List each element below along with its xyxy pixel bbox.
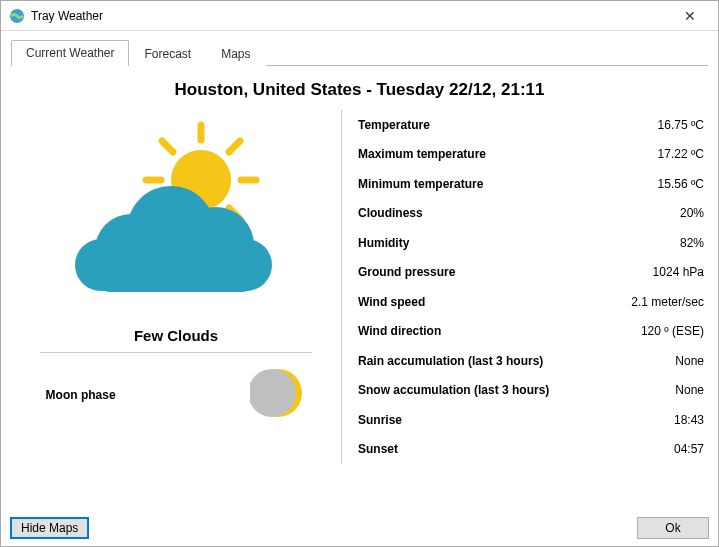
detail-value: 18:43	[674, 413, 704, 427]
detail-value: 20%	[680, 206, 704, 220]
detail-row: Ground pressure1024 hPa	[358, 258, 704, 288]
footer: Hide Maps Ok	[10, 517, 709, 539]
weather-condition-icon	[51, 120, 301, 313]
detail-key: Maximum temperature	[358, 147, 486, 161]
weather-details-panel: Temperature16.75 ºCMaximum temperature17…	[341, 110, 708, 464]
detail-value: 04:57	[674, 442, 704, 456]
detail-value: None	[675, 354, 704, 368]
detail-row: Sunrise18:43	[358, 405, 704, 435]
detail-key: Sunrise	[358, 413, 402, 427]
svg-line-6	[162, 141, 173, 152]
detail-value: None	[675, 383, 704, 397]
detail-row: Wind direction120 º (ESE)	[358, 317, 704, 347]
moon-phase-row: Moon phase	[40, 361, 313, 428]
weather-condition-label: Few Clouds	[134, 327, 218, 344]
ok-button[interactable]: Ok	[637, 517, 709, 539]
detail-value: 120 º (ESE)	[641, 324, 704, 338]
tab-maps[interactable]: Maps	[206, 41, 265, 66]
moon-phase-icon	[250, 365, 306, 424]
detail-key: Temperature	[358, 118, 430, 132]
detail-key: Cloudiness	[358, 206, 423, 220]
detail-value: 82%	[680, 236, 704, 250]
close-icon: ✕	[684, 8, 696, 24]
detail-key: Snow accumulation (last 3 hours)	[358, 383, 549, 397]
close-button[interactable]: ✕	[670, 1, 710, 31]
tab-current-weather[interactable]: Current Weather	[11, 40, 129, 66]
detail-row: Humidity82%	[358, 228, 704, 258]
detail-key: Humidity	[358, 236, 409, 250]
titlebar: Tray Weather ✕	[1, 1, 718, 31]
detail-row: Snow accumulation (last 3 hours)None	[358, 376, 704, 406]
window-title: Tray Weather	[31, 9, 670, 23]
detail-value: 16.75 ºC	[658, 118, 704, 132]
svg-point-15	[250, 369, 296, 417]
app-icon	[9, 8, 25, 24]
moon-phase-label: Moon phase	[46, 388, 116, 402]
detail-row: Temperature16.75 ºC	[358, 110, 704, 140]
detail-key: Sunset	[358, 442, 398, 456]
detail-value: 2.1 meter/sec	[631, 295, 704, 309]
location-datetime-header: Houston, United States - Tuesday 22/12, …	[11, 72, 708, 110]
detail-row: Rain accumulation (last 3 hours)None	[358, 346, 704, 376]
detail-row: Cloudiness20%	[358, 199, 704, 229]
hide-maps-button[interactable]: Hide Maps	[10, 517, 89, 539]
detail-key: Rain accumulation (last 3 hours)	[358, 354, 543, 368]
detail-key: Minimum temperature	[358, 177, 483, 191]
detail-row: Minimum temperature15.56 ºC	[358, 169, 704, 199]
detail-row: Sunset04:57	[358, 435, 704, 465]
svg-rect-13	[91, 252, 261, 292]
detail-row: Maximum temperature17.22 ºC	[358, 140, 704, 170]
detail-value: 17.22 ºC	[658, 147, 704, 161]
detail-key: Wind direction	[358, 324, 441, 338]
divider	[40, 352, 313, 353]
weather-summary-panel: Few Clouds Moon phase	[11, 110, 341, 464]
detail-value: 15.56 ºC	[658, 177, 704, 191]
svg-line-3	[229, 141, 240, 152]
detail-key: Ground pressure	[358, 265, 455, 279]
tab-forecast[interactable]: Forecast	[129, 41, 206, 66]
detail-value: 1024 hPa	[653, 265, 704, 279]
tabs: Current Weather Forecast Maps	[11, 39, 708, 66]
detail-key: Wind speed	[358, 295, 425, 309]
detail-row: Wind speed2.1 meter/sec	[358, 287, 704, 317]
